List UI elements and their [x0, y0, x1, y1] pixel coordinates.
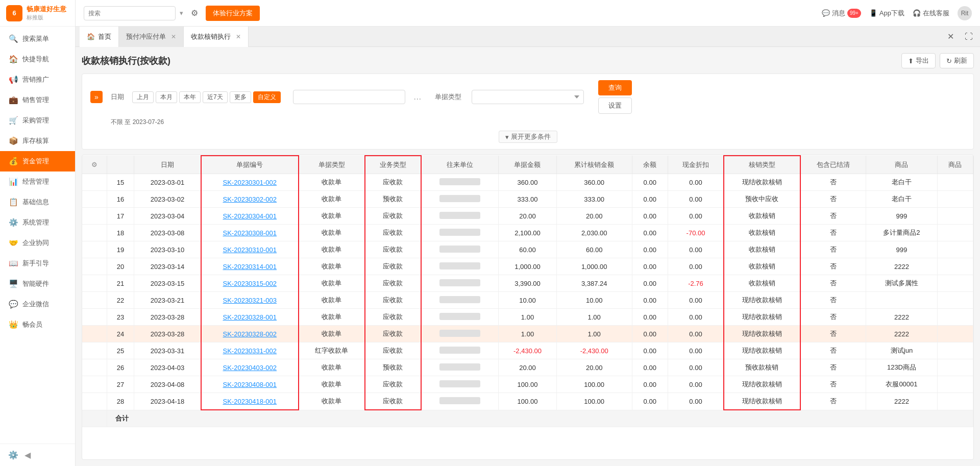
- tab-close-all-button[interactable]: ✕: [943, 30, 958, 44]
- doc-no-link[interactable]: SK-20230314-001: [223, 263, 277, 271]
- industry-solution-button[interactable]: 体验行业方案: [206, 6, 260, 21]
- page-header: 收款核销执行(按收款) ⬆ 导出 ↻ 刷新: [82, 53, 974, 68]
- settings-button[interactable]: 设置: [598, 97, 632, 114]
- row-date-cell: 2023-03-28: [134, 309, 201, 326]
- phone-icon: 📱: [869, 9, 877, 17]
- doc-no-link[interactable]: SK-20230408-001: [223, 381, 277, 388]
- row-doc-type-cell: 收款单: [299, 241, 365, 258]
- sidebar-label-purchase: 采购管理: [22, 116, 49, 125]
- th-gear[interactable]: ⚙: [82, 156, 107, 174]
- doc-no-link[interactable]: SK-20230403-002: [223, 364, 277, 372]
- sidebar-item-search[interactable]: 🔍搜索菜单: [0, 29, 75, 49]
- tab-receipt-cancel-close[interactable]: ✕: [236, 33, 241, 40]
- expand-more-icon: ▾: [505, 133, 509, 141]
- counterparty-input[interactable]: [293, 90, 405, 104]
- online-service-item[interactable]: 🎧 在线客服: [913, 9, 949, 18]
- sidebar-item-sales[interactable]: 💼销售管理: [0, 90, 75, 110]
- row-cancel-amount-cell: 20.00: [556, 359, 632, 376]
- settings-bottom-icon[interactable]: ⚙️: [8, 450, 18, 460]
- doc-no-link[interactable]: SK-20230304-001: [223, 212, 277, 220]
- row-doc-no-cell: SK-20230310-001: [201, 241, 299, 258]
- tab-receivable[interactable]: 预付冲应付单 ✕: [119, 27, 184, 47]
- row-product-cell: 2222: [866, 258, 937, 275]
- row-cash-discount-cell: 0.00: [668, 208, 724, 225]
- row-cancel-type-cell: 预收中应收: [724, 191, 800, 208]
- sidebar-item-enterprise-coop[interactable]: 🤝企业协同: [0, 233, 75, 253]
- topbar-gear-icon[interactable]: ⚙: [187, 6, 202, 20]
- row-no-cell: 17: [107, 208, 134, 225]
- sidebar-label-system: 系统管理: [22, 218, 49, 227]
- row-doc-type-cell: 收款单: [299, 225, 365, 241]
- row-product2-cell: [937, 241, 973, 258]
- filter-expand-more-row: ▾ 展开更多条件: [90, 131, 965, 143]
- sidebar-item-system[interactable]: ⚙️系统管理: [0, 212, 75, 233]
- sidebar-item-finance[interactable]: 💰资金管理: [0, 151, 75, 171]
- tab-home[interactable]: 🏠 首页: [80, 27, 119, 47]
- th-date: 日期: [134, 156, 201, 174]
- sidebar-item-basic[interactable]: 📋基础信息: [0, 192, 75, 212]
- doc-no-link[interactable]: SK-20230310-001: [223, 246, 277, 254]
- doc-no-link[interactable]: SK-20230331-002: [223, 347, 277, 355]
- sidebar-item-guide[interactable]: 📖新手引导: [0, 253, 75, 274]
- row-product2-cell: [937, 326, 973, 342]
- topbar-search-input[interactable]: [84, 6, 176, 20]
- doc-no-link[interactable]: SK-20230418-001: [223, 398, 277, 405]
- notification-item[interactable]: 💬 消息 99+: [822, 9, 861, 18]
- more-date-button[interactable]: 更多: [230, 91, 251, 103]
- row-amount-cell: 360.00: [499, 174, 556, 191]
- last-7-days-button[interactable]: 近7天: [203, 91, 228, 103]
- doc-no-link[interactable]: SK-20230321-003: [223, 297, 277, 304]
- row-checkbox-cell: [82, 309, 107, 326]
- tab-receipt-cancel[interactable]: 收款核销执行 ✕: [184, 27, 249, 47]
- doc-no-link[interactable]: SK-20230301-002: [223, 179, 277, 186]
- sidebar-item-quick-nav[interactable]: 🏠快捷导航: [0, 49, 75, 69]
- doc-no-link[interactable]: SK-20230308-001: [223, 229, 277, 237]
- doc-no-link[interactable]: SK-20230302-002: [223, 195, 277, 203]
- sidebar-item-wechat[interactable]: 💬企业微信: [0, 294, 75, 314]
- collapse-icon[interactable]: ◀: [24, 450, 31, 460]
- last-month-button[interactable]: 上月: [132, 91, 154, 103]
- content-area: 收款核销执行(按收款) ⬆ 导出 ↻ 刷新 » 日期 上月 本月: [76, 47, 980, 466]
- query-button[interactable]: 查询: [598, 80, 632, 95]
- row-checkbox-cell: [82, 191, 107, 208]
- user-avatar[interactable]: Rit: [958, 6, 972, 20]
- tab-receivable-close[interactable]: ✕: [171, 33, 176, 40]
- this-year-button[interactable]: 本年: [179, 91, 201, 103]
- sidebar-label-basic: 基础信息: [22, 198, 49, 207]
- sidebar-item-smart-hardware[interactable]: 🖥️智能硬件: [0, 274, 75, 294]
- th-include-settled: 包含已结清: [800, 156, 866, 174]
- filter-expand-button[interactable]: »: [90, 91, 103, 103]
- export-button[interactable]: ⬆ 导出: [901, 53, 936, 68]
- refresh-button[interactable]: ↻ 刷新: [940, 53, 974, 68]
- tab-fullscreen-button[interactable]: ⛶: [962, 30, 976, 44]
- row-include-settled-cell: 否: [800, 225, 866, 241]
- row-biz-type-cell: 应收款: [365, 393, 422, 410]
- row-balance-cell: 0.00: [632, 309, 668, 326]
- custom-date-button[interactable]: 自定义: [253, 91, 281, 103]
- sidebar-item-marketing[interactable]: 📢营销推广: [0, 69, 75, 90]
- sidebar-item-inventory[interactable]: 📦库存核算: [0, 131, 75, 151]
- row-counterparty-cell: [421, 342, 499, 359]
- sidebar-item-operations[interactable]: 📊经营管理: [0, 171, 75, 192]
- row-include-settled-cell: 否: [800, 191, 866, 208]
- this-month-button[interactable]: 本月: [156, 91, 177, 103]
- sidebar-item-member[interactable]: 👑畅会员: [0, 314, 75, 335]
- table-row: 22 2023-03-21 SK-20230321-003 收款单 应收款 10…: [82, 292, 973, 309]
- row-no-cell: 20: [107, 258, 134, 275]
- app-download-item[interactable]: 📱 App下载: [869, 9, 904, 18]
- topbar-breadcrumb: ▾ ⚙ 体验行业方案: [84, 6, 814, 21]
- row-biz-type-cell: 应收款: [365, 376, 422, 393]
- doc-no-link[interactable]: SK-20230328-001: [223, 313, 277, 321]
- row-cancel-type-cell: 收款核销: [724, 208, 800, 225]
- row-no-cell: 15: [107, 174, 134, 191]
- row-cancel-type-cell: 收款核销: [724, 275, 800, 292]
- doc-no-link[interactable]: SK-20230315-002: [223, 280, 277, 287]
- sidebar-item-purchase[interactable]: 🛒采购管理: [0, 110, 75, 131]
- doc-no-link[interactable]: SK-20230328-002: [223, 330, 277, 338]
- expand-more-conditions-button[interactable]: ▾ 展开更多条件: [499, 131, 557, 143]
- receipt-type-select[interactable]: [472, 90, 584, 104]
- table-row: 18 2023-03-08 SK-20230308-001 收款单 应收款 2,…: [82, 225, 973, 241]
- sidebar-bottom: ⚙️ ◀: [0, 444, 75, 466]
- row-cancel-type-cell: 现结收款核销: [724, 376, 800, 393]
- row-doc-type-cell: 收款单: [299, 258, 365, 275]
